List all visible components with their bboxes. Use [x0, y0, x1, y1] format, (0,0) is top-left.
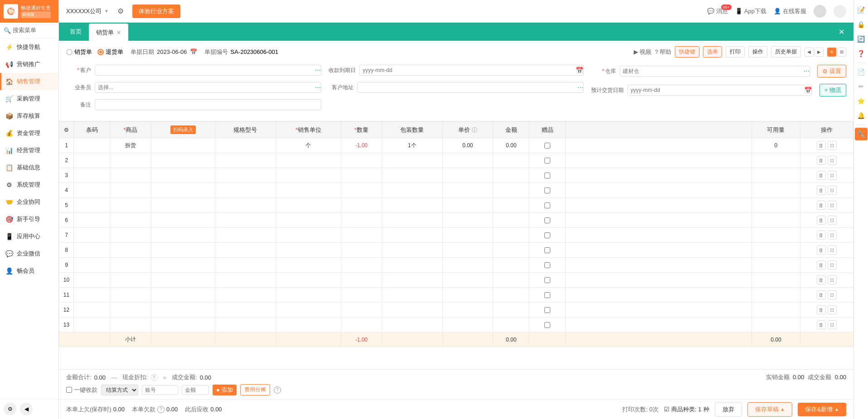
customer-addr-input[interactable]: [358, 82, 577, 92]
payment-help-icon[interactable]: ?: [274, 386, 281, 394]
scan-barcode-btn[interactable]: 扫码录入: [170, 125, 196, 134]
user-avatar[interactable]: [814, 5, 826, 18]
sidebar-item-marketing[interactable]: 📢 营销推广: [0, 56, 58, 73]
th-settings[interactable]: ⚙: [59, 122, 74, 138]
row-barcode-1[interactable]: [74, 138, 110, 153]
shortcut-btn[interactable]: 快捷键: [675, 46, 699, 58]
sidebar-item-quick-nav[interactable]: ⚡ 快捷导航: [0, 39, 58, 56]
row-copy-5[interactable]: ⊡: [828, 201, 837, 210]
row-delete-2[interactable]: 🗑: [817, 156, 826, 165]
sidebar-collapse-btn[interactable]: ◀: [20, 403, 33, 415]
app-download-btn[interactable]: 📱 App下载: [735, 7, 766, 15]
rs-orange-action-icon[interactable]: 🔧: [855, 128, 868, 140]
due-date-calendar-btn[interactable]: 📅: [576, 67, 583, 74]
row-copy-8[interactable]: ⊡: [828, 246, 837, 255]
row-copy-10[interactable]: ⊡: [828, 275, 837, 284]
user-info-btn[interactable]: [834, 5, 846, 18]
row-delete-7[interactable]: 🗑: [817, 231, 826, 240]
sidebar-item-app-center[interactable]: 📱 应用中心: [0, 228, 58, 245]
warehouse-picker-btn[interactable]: ···: [804, 67, 810, 75]
view-grid-btn[interactable]: ⊞: [837, 48, 846, 57]
sidebar-search[interactable]: 🔍 搜索菜单: [0, 23, 58, 39]
row-delete-8[interactable]: 🗑: [817, 246, 826, 255]
account-input[interactable]: [142, 385, 178, 395]
amount-input[interactable]: [182, 385, 209, 395]
one-click-payment-check[interactable]: [66, 387, 72, 393]
overdue-help-icon[interactable]: ?: [157, 406, 165, 413]
rs-doc-icon[interactable]: 📄: [855, 66, 868, 78]
nav-next-btn[interactable]: ▶: [815, 48, 824, 57]
row-notes-1[interactable]: [566, 138, 752, 153]
sidebar-item-sales[interactable]: 🏠 销售管理: [0, 73, 58, 90]
save-new-button[interactable]: 保存&新增 ▲: [798, 403, 846, 416]
row-delete-13[interactable]: 🗑: [817, 320, 826, 329]
customer-input[interactable]: [95, 65, 315, 75]
row-delete-6[interactable]: 🗑: [817, 216, 826, 225]
nav-prev-btn[interactable]: ◀: [805, 48, 814, 57]
customer-addr-picker-btn[interactable]: ···: [577, 83, 583, 92]
history-btn[interactable]: 历史单据: [771, 46, 801, 58]
rs-bell-icon[interactable]: 🔔: [855, 109, 868, 122]
print-btn[interactable]: 打印: [726, 46, 745, 58]
sidebar-item-finance[interactable]: 💰 资金管理: [0, 125, 58, 142]
tab-home[interactable]: 首页: [63, 23, 89, 41]
row-gift-1[interactable]: [529, 138, 566, 153]
expected-delivery-calendar-btn[interactable]: 📅: [804, 87, 812, 94]
operate-btn[interactable]: 操作: [748, 46, 767, 58]
save-draft-button[interactable]: 保存草稿 ▲: [747, 402, 793, 417]
rs-edit-icon[interactable]: ✏: [855, 80, 868, 93]
discount-help-icon[interactable]: ?: [150, 374, 158, 381]
row-copy-9[interactable]: ⊡: [828, 260, 837, 270]
trial-plan-button[interactable]: 体验行业方案: [132, 5, 180, 18]
row-price-1[interactable]: 0.00: [442, 138, 493, 153]
rs-note-icon[interactable]: 📝: [855, 4, 868, 16]
row-copy-3[interactable]: ⊡: [828, 171, 837, 180]
row-delete-5[interactable]: 🗑: [817, 201, 826, 210]
online-service-btn[interactable]: 👤 在线客服: [774, 7, 806, 15]
select-btn[interactable]: 选单: [703, 46, 722, 58]
radio-return-order[interactable]: 退货单: [97, 48, 123, 56]
rs-help-icon[interactable]: ❓: [855, 47, 868, 60]
row-copy-4[interactable]: ⊡: [828, 186, 837, 195]
rs-star-icon[interactable]: ⭐: [855, 95, 868, 107]
sidebar-settings-btn[interactable]: ⚙: [4, 403, 16, 415]
warehouse-input[interactable]: [620, 66, 804, 76]
row-delete-1[interactable]: 🗑: [817, 141, 826, 150]
company-selector[interactable]: XXXXXX公司 ▼: [66, 7, 109, 15]
row-delete-4[interactable]: 🗑: [817, 186, 826, 195]
row-copy-13[interactable]: ⊡: [828, 320, 837, 329]
salesperson-input[interactable]: [95, 82, 315, 92]
row-delete-9[interactable]: 🗑: [817, 260, 826, 270]
row-delete-10[interactable]: 🗑: [817, 275, 826, 284]
row-copy-11[interactable]: ⊡: [828, 290, 837, 299]
sidebar-item-operations[interactable]: 📊 经营管理: [0, 142, 58, 159]
settlement-method-select[interactable]: 结算方式: [101, 385, 138, 395]
row-delete-11[interactable]: 🗑: [817, 290, 826, 299]
notes-input[interactable]: [95, 99, 321, 110]
expense-split-btn[interactable]: 费用分摊: [240, 384, 270, 395]
tab-close-icon[interactable]: ✕: [116, 29, 121, 36]
row-copy-12[interactable]: ⊡: [828, 305, 837, 314]
add-payment-btn[interactable]: ● 添加: [213, 385, 237, 395]
tab-sales-order[interactable]: 销货单 ✕: [89, 24, 128, 42]
date-calendar-icon[interactable]: 📅: [190, 48, 197, 55]
radio-sales-order[interactable]: 销货单: [66, 48, 92, 56]
row-copy-2[interactable]: ⊡: [828, 156, 837, 165]
discard-button[interactable]: 放弃: [715, 402, 742, 417]
sidebar-item-inventory[interactable]: 📦 库存核算: [0, 107, 58, 125]
rs-refresh-icon[interactable]: 🔄: [855, 33, 868, 45]
customer-picker-btn[interactable]: ···: [315, 66, 321, 74]
one-click-payment-checkbox[interactable]: 一键收款: [66, 386, 97, 394]
row-qty-1[interactable]: -1.00: [341, 138, 382, 153]
row-spec-1[interactable]: [215, 138, 276, 153]
sidebar-item-basic-info[interactable]: 📋 基础信息: [0, 159, 58, 176]
topbar-settings-btn[interactable]: ⚙: [114, 5, 127, 18]
settings-action-btn[interactable]: ⚙ 设置: [817, 65, 846, 77]
logistics-btn[interactable]: + 物流: [820, 84, 846, 96]
salesperson-picker-btn[interactable]: ···: [315, 83, 321, 92]
row-copy-1[interactable]: ⊡: [828, 141, 837, 150]
sidebar-item-member[interactable]: 👤 畅会员: [0, 262, 58, 279]
sidebar-item-wecom[interactable]: 💬 企业微信: [0, 245, 58, 262]
expected-delivery-input[interactable]: [628, 85, 804, 95]
row-copy-6[interactable]: ⊡: [828, 216, 837, 225]
